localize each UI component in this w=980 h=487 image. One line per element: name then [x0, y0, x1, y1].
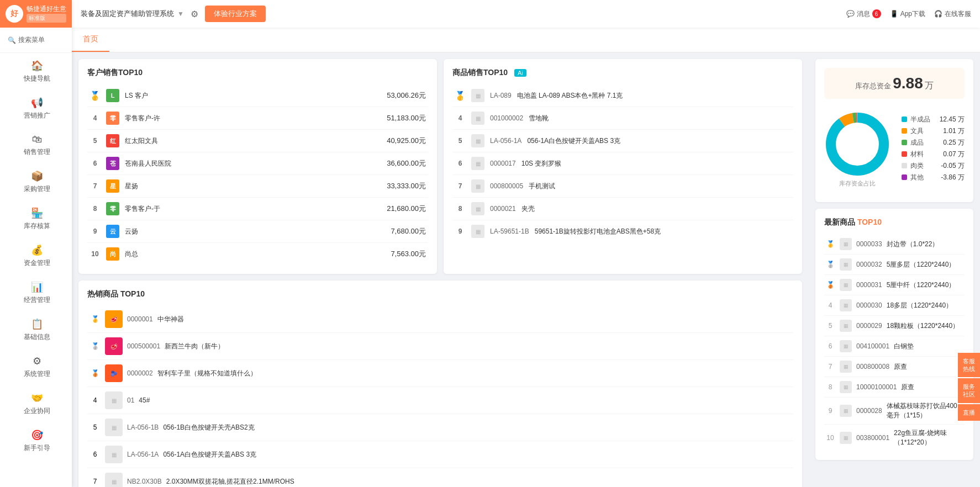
- rank-number: 8: [89, 203, 101, 214]
- rank-number: 10: [825, 434, 835, 442]
- customer-name: 红太阳文具: [125, 136, 381, 146]
- rank-number: 5: [455, 135, 466, 146]
- table-row: 🥇 L LS 客户 53,006.26元: [87, 84, 428, 107]
- sidebar-item-guide[interactable]: 🎯 新手引导: [0, 422, 72, 459]
- sales-icon: 🛍: [32, 134, 42, 145]
- rank-number: 5: [89, 135, 101, 146]
- page-tabs: 首页: [72, 28, 980, 52]
- product-name: 056-1A白色按键开关盖ABS 3克: [163, 450, 256, 459]
- rank-number: 🥉: [89, 368, 101, 379]
- direct-button[interactable]: 直播: [958, 404, 980, 421]
- product-icon: ▦: [840, 381, 852, 393]
- legend-dot: [902, 174, 907, 180]
- legend-dot: [902, 151, 907, 157]
- table-row: 9 ▦ LA-59651-1B 59651-1B旋转投影灯电池盒ABS黑色+58…: [452, 220, 793, 242]
- product-code: LA-056-1B: [127, 424, 159, 431]
- svg-point-1: [831, 118, 884, 171]
- sidebar-item-basic[interactable]: 📋 基础信息: [0, 311, 72, 348]
- product-name: 夹壳: [521, 204, 791, 214]
- rank-number: 🥉: [825, 281, 835, 289]
- table-row: 5 红 红太阳文具 40,925.00元: [87, 130, 428, 152]
- newest-products-title: 最新商品 TOP10: [824, 218, 965, 227]
- sidebar-item-coop[interactable]: 🤝 企业协同: [0, 385, 72, 422]
- legend-list: 半成品 12.45 万 文具 1.01 万 成品 0.25 万: [902, 115, 965, 184]
- app-download-btn[interactable]: 📱 App下载: [890, 9, 925, 19]
- product-icon: ▦: [471, 89, 484, 102]
- float-buttons: 客服热线 服务社区 直播: [958, 353, 980, 421]
- customer-rank-title: 客户销售TOP10: [87, 68, 428, 78]
- inventory-icon: 🏪: [31, 207, 43, 219]
- ai-label: Ai: [514, 69, 526, 77]
- rank-number: 6: [89, 449, 101, 460]
- product-icon: ▦: [471, 202, 484, 215]
- list-item: 6 ▦ LA-056-1A 056-1A白色按键开关盖ABS 3克: [87, 441, 793, 468]
- list-item: 8 ▦ 10000100001 原查: [824, 377, 965, 398]
- legend-name: 肉类: [910, 161, 937, 171]
- list-item: 6 ▦ 004100001 白钢垫: [824, 336, 965, 357]
- legend-dot: [902, 140, 907, 145]
- service-community-button[interactable]: 服务社区: [958, 378, 980, 403]
- search-menu-btn[interactable]: 🔍 搜索菜单: [4, 33, 67, 47]
- product-icon: ▦: [840, 340, 852, 352]
- product-name: 原查: [894, 362, 907, 372]
- rank-number: 5: [89, 422, 101, 433]
- content-area: 客户销售TOP10 🥇 L LS 客户 53,006.26元 4 零 零售客户-: [72, 52, 980, 487]
- purchase-icon: 📦: [31, 170, 43, 182]
- settings-icon[interactable]: ⚙: [191, 9, 198, 19]
- sidebar-item-label: 系统管理: [24, 369, 50, 379]
- product-name: 18颗粒板（1220*2440）: [887, 321, 959, 331]
- app-edition: 标准版: [27, 14, 66, 23]
- product-name: 电池盖 LA-089 ABS本色+黑种 7.1克: [517, 91, 791, 100]
- product-sales-title-text: 商品销售TOP10: [452, 68, 508, 77]
- rank-number: 🥈: [89, 341, 101, 352]
- sidebar-item-purchase[interactable]: 📦 采购管理: [0, 163, 72, 200]
- product-code: LA-056-1A: [127, 451, 159, 458]
- message-icon: 💬: [846, 10, 855, 18]
- message-btn[interactable]: 💬 消息 6: [846, 9, 881, 19]
- sidebar-logo: 好 畅捷通好生意 标准版: [0, 0, 72, 28]
- product-icon: ▦: [840, 258, 852, 271]
- newest-title-text: 最新商品: [824, 218, 857, 226]
- table-row: 6 ▦ 0000017 10S 变刹罗猴: [452, 152, 793, 175]
- sidebar-item-operation[interactable]: 📊 经营管理: [0, 274, 72, 311]
- sidebar-item-finance[interactable]: 💰 资金管理: [0, 237, 72, 274]
- table-row: 10 尚 尚总 7,563.00元: [87, 243, 428, 265]
- product-icon: ▦: [471, 225, 484, 238]
- product-code: 0000033: [856, 240, 882, 248]
- try-plan-button[interactable]: 体验行业方案: [205, 6, 266, 22]
- list-item: 5 ▦ LA-056-1B 056-1B白色按键开关壳ABS2克: [87, 414, 793, 441]
- customer-name: 零售客户-许: [125, 114, 381, 123]
- sidebar-item-label: 经营管理: [24, 295, 50, 305]
- product-image: 🥩: [105, 310, 123, 328]
- product-code: LA-056-1A: [490, 137, 521, 145]
- rank-section: 客户销售TOP10 🥇 L LS 客户 53,006.26元 4 零 零售客户-: [78, 59, 802, 274]
- rank-badge: 零: [106, 112, 119, 125]
- sidebar-item-inventory[interactable]: 🏪 库存核算: [0, 200, 72, 237]
- product-image: 🫐: [105, 364, 123, 382]
- table-row: 7 ▦ 000800005 手机测试: [452, 175, 793, 198]
- sidebar-item-label: 资金管理: [24, 258, 50, 268]
- rank-badge: 零: [106, 202, 119, 215]
- customer-service-button[interactable]: 客服热线: [958, 353, 980, 378]
- sidebar-search-area[interactable]: 🔍 搜索菜单: [0, 28, 72, 53]
- sidebar-item-sales[interactable]: 🛍 销售管理: [0, 127, 72, 163]
- rank-number: 9: [825, 407, 835, 415]
- product-icon: ▦: [840, 279, 852, 291]
- legend-name: 材料: [910, 150, 940, 159]
- product-name: 封边带（1.0*22）: [887, 240, 939, 249]
- sidebar-item-home[interactable]: 🏠 快捷导航: [0, 53, 72, 90]
- sidebar-item-system[interactable]: ⚙ 系统管理: [0, 348, 72, 385]
- main-nav: 🏠 快捷导航 📢 营销推广 🛍 销售管理 📦 采购管理 🏪 库存核算 💰 资金管…: [0, 53, 72, 487]
- online-service-btn[interactable]: 🎧 在线客服: [934, 9, 971, 19]
- customer-rank-list: 🥇 L LS 客户 53,006.26元 4 零 零售客户-许 51,183.0…: [87, 84, 428, 265]
- rank-number: 7: [89, 181, 101, 192]
- sidebar-item-marketing[interactable]: 📢 营销推广: [0, 90, 72, 127]
- rank-badge: 星: [106, 179, 119, 193]
- product-code: 0000021: [490, 205, 516, 213]
- rank-number: 🥇: [825, 240, 835, 248]
- product-code: 0000002: [127, 369, 153, 377]
- product-code: 000800008: [856, 363, 889, 370]
- product-image: ▦: [105, 391, 123, 409]
- tab-home[interactable]: 首页: [72, 28, 109, 52]
- content-right: 库存总资金 9.88 万: [809, 52, 980, 487]
